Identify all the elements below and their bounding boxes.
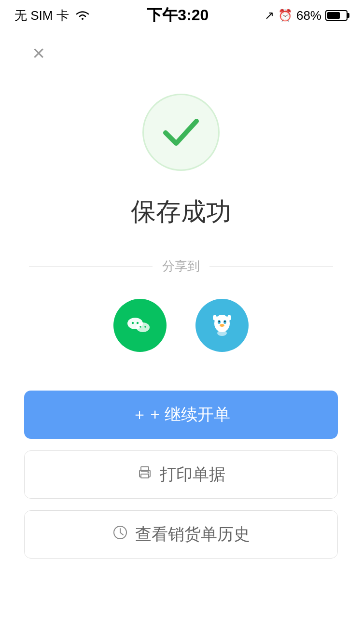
main-content: 保存成功 分享到 <box>0 31 362 559</box>
history-button[interactable]: 查看销货单历史 <box>24 510 338 559</box>
continue-label: + 继续开单 <box>150 404 230 426</box>
svg-point-10 <box>224 321 226 322</box>
action-buttons: ＋ + 继续开单 打印单据 查看销货单历 <box>0 391 362 559</box>
success-title: 保存成功 <box>131 195 231 229</box>
svg-point-13 <box>227 315 231 321</box>
qq-icon <box>207 310 237 341</box>
svg-point-4 <box>139 326 141 328</box>
svg-rect-17 <box>141 474 149 478</box>
printer-icon <box>137 464 153 485</box>
svg-point-2 <box>132 322 134 324</box>
location-icon: ↗ <box>265 9 274 22</box>
plus-icon: ＋ <box>132 404 147 425</box>
svg-point-18 <box>148 472 149 474</box>
share-label: 分享到 <box>153 258 209 275</box>
success-circle <box>142 94 220 171</box>
alarm-icon: ⏰ <box>278 9 292 22</box>
close-button[interactable]: × <box>24 39 53 68</box>
print-label: 打印单据 <box>160 463 225 486</box>
battery-icon <box>325 10 348 21</box>
checkmark-icon <box>162 115 200 149</box>
share-section: 分享到 <box>0 258 362 275</box>
status-time: 下午3:20 <box>147 5 209 26</box>
svg-point-1 <box>136 322 150 332</box>
svg-point-3 <box>137 322 139 324</box>
wifi-icon <box>74 9 91 22</box>
clock-icon <box>112 524 128 545</box>
svg-point-11 <box>220 324 224 327</box>
wechat-icon <box>125 310 155 341</box>
svg-point-5 <box>144 326 146 328</box>
status-right: ↗ ⏰ 68% <box>265 8 348 23</box>
status-bar: 无 SIM 卡 下午3:20 ↗ ⏰ 68% <box>0 0 362 31</box>
wechat-share-button[interactable] <box>113 299 167 352</box>
continue-button[interactable]: ＋ + 继续开单 <box>24 391 338 439</box>
svg-point-12 <box>213 315 217 321</box>
status-left: 无 SIM 卡 <box>14 7 91 24</box>
close-icon: × <box>32 42 45 64</box>
svg-point-8 <box>219 321 220 322</box>
share-icons <box>113 299 249 352</box>
svg-point-14 <box>217 330 227 336</box>
qq-share-button[interactable] <box>195 299 249 352</box>
sim-text: 无 SIM 卡 <box>14 7 69 24</box>
battery-percent: 68% <box>296 8 321 23</box>
history-label: 查看销货单历史 <box>135 523 250 546</box>
print-button[interactable]: 打印单据 <box>24 450 338 499</box>
